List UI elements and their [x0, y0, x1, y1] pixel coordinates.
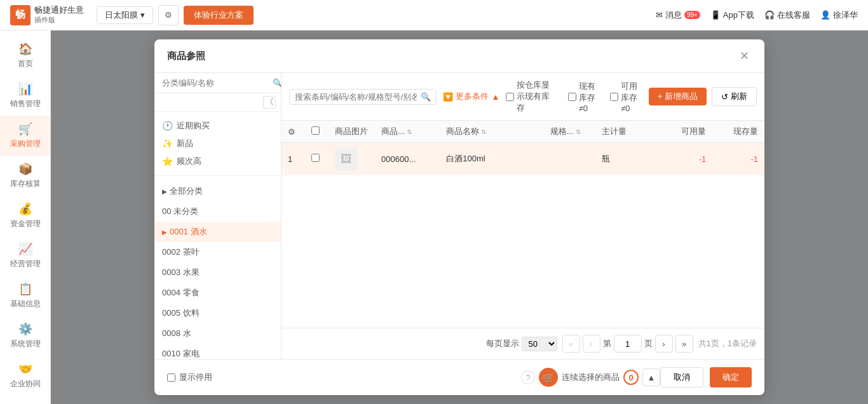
confirm-button[interactable]: 确定	[710, 367, 752, 387]
user-profile[interactable]: 👤 徐泽华	[820, 10, 858, 21]
cat-item-beverage[interactable]: 0005 饮料	[154, 303, 281, 323]
cart-area: ? 🛒 连续选择的商品 0 ▲	[521, 368, 660, 387]
cat-item-unclassified[interactable]: 00 未分类	[154, 201, 281, 222]
search-icon[interactable]: 🔍	[421, 92, 431, 102]
store-dropdown[interactable]: 日太阳膜 ▾	[97, 6, 153, 24]
quick-link-new[interactable]: ✨ 新品	[162, 135, 273, 152]
modal-body: 🔍 《 🕐 近期购买 ✨	[154, 73, 764, 359]
cat-item-all[interactable]: ▶ 全部分类	[154, 181, 281, 201]
sidebar-item-ops[interactable]: 📈 经营管理	[0, 236, 50, 276]
page-size-select[interactable]: 50 10 20 100	[522, 337, 557, 351]
first-page-button[interactable]: «	[562, 335, 580, 353]
toolbar-buttons: + 新增商品 ↺ 刷新	[649, 87, 757, 106]
sales-icon: 📊	[18, 82, 32, 96]
cat-item-water[interactable]: 0008 水	[154, 323, 281, 344]
col-checkbox	[305, 121, 329, 143]
quick-link-label: 新品	[177, 138, 193, 149]
table-header-row: ⚙ 商品图片 商品... ⇅	[281, 121, 764, 143]
cat-item-tea[interactable]: 0002 茶叶	[154, 242, 281, 262]
category-search-input[interactable]	[162, 78, 269, 88]
table-row[interactable]: 1 🖼 000600... 白酒100ml	[281, 143, 764, 175]
page-size-selector: 每页显示 50 10 20 100	[486, 337, 557, 351]
nav-right: ✉ 消息 99+ 📱 App下载 🎧 在线客服 👤 徐泽华	[656, 10, 858, 21]
cat-item-snack[interactable]: 0004 零食	[154, 283, 281, 303]
collapse-cart-button[interactable]: ▲	[642, 368, 660, 386]
sort-icon: ⇅	[407, 128, 412, 135]
cat-item-alcohol[interactable]: ▶ 0001 酒水	[154, 222, 281, 242]
col-spec-header[interactable]: 规格... ⇅	[544, 121, 596, 143]
sidebar-item-label: 资金管理	[10, 219, 41, 229]
fire-icon: ⭐	[162, 156, 173, 166]
sidebar-item-finance[interactable]: 💰 资金管理	[0, 196, 50, 236]
row-available: -1	[648, 143, 712, 175]
product-table: ⚙ 商品图片 商品... ⇅	[281, 121, 764, 175]
page-navigation: « ‹ 第 页 › »	[562, 335, 693, 353]
sidebar-item-collab[interactable]: 🤝 企业协同	[0, 356, 50, 396]
col-available-header: 可用量	[648, 121, 712, 143]
trial-button[interactable]: 体验行业方案	[184, 6, 254, 25]
col-stock-header: 现存量	[712, 121, 764, 143]
product-search-input[interactable]	[295, 92, 417, 102]
cat-item-label: 0010 家电	[162, 348, 200, 359]
cart-label: 连续选择的商品	[562, 372, 620, 383]
sidebar-item-label: 采购管理	[10, 138, 41, 149]
quick-link-label: 频次高	[177, 156, 201, 167]
product-table-body: 1 🖼 000600... 白酒100ml	[281, 143, 764, 175]
product-search-box: 🔍	[289, 89, 437, 105]
prev-page-button[interactable]: ‹	[583, 335, 600, 353]
category-search-icon[interactable]: 🔍	[273, 78, 281, 88]
logo-text: 畅捷通好生意	[34, 5, 84, 16]
nav-center: 日太阳膜 ▾ ⚙ 体验行业方案	[86, 5, 656, 25]
sidebar-item-sales[interactable]: 📊 销售管理	[0, 76, 50, 116]
modal-header: 商品参照 ✕	[154, 39, 764, 73]
row-select-checkbox[interactable]	[311, 154, 320, 162]
settings-icon[interactable]: ⚙	[158, 5, 179, 25]
last-page-button[interactable]: »	[675, 335, 693, 353]
col-name-header[interactable]: 商品名称 ⇅	[440, 121, 543, 143]
app-download-item[interactable]: 📱 App下载	[710, 10, 754, 21]
sidebar-item-home[interactable]: 🏠 首页	[0, 36, 50, 76]
page-label: 第	[603, 338, 611, 349]
filter-button[interactable]: 🔽 更多条件 ▲	[443, 91, 499, 102]
sidebar-item-purchase[interactable]: 🛒 采购管理	[0, 116, 50, 156]
sidebar-item-inventory[interactable]: 📦 库存核算	[0, 156, 50, 196]
row-unit: 瓶	[595, 143, 648, 175]
col-code-header[interactable]: 商品... ⇅	[375, 121, 440, 143]
sidebar-item-basic[interactable]: 📋 基础信息	[0, 276, 50, 316]
quick-link-recent[interactable]: 🕐 近期购买	[162, 117, 273, 135]
sidebar-item-label: 基础信息	[10, 299, 41, 309]
pagination: 每页显示 50 10 20 100 « ‹	[281, 328, 764, 359]
checkbox-nonzero-stock[interactable]: 现有库存≠0	[568, 81, 600, 113]
modal-close-button[interactable]: ✕	[736, 48, 752, 64]
cat-item-label: 0005 饮料	[162, 307, 200, 319]
category-collapse-area: 《	[154, 93, 281, 112]
quick-link-frequent[interactable]: ⭐ 频次高	[162, 152, 273, 170]
checkbox-warehouse-stock[interactable]: 按仓库显示现有库存	[506, 79, 557, 114]
star-icon: ✨	[162, 138, 173, 149]
cat-item-fruit[interactable]: 0003 水果	[154, 262, 281, 283]
modal-title: 商品参照	[167, 50, 205, 62]
next-page-button[interactable]: ›	[655, 335, 673, 353]
product-toolbar: 🔍 🔽 更多条件 ▲ 按仓库显示现有库存	[281, 73, 764, 121]
checkbox-nonzero-available[interactable]: 可用库存≠0	[610, 81, 642, 113]
cart-icon[interactable]: 🛒	[539, 368, 558, 387]
help-icon[interactable]: ?	[521, 370, 535, 384]
message-badge: 99+	[684, 11, 700, 19]
filter-label: 更多条件	[456, 91, 489, 102]
show-disabled-checkbox[interactable]: 显示停用	[167, 372, 212, 383]
cancel-button[interactable]: 取消	[660, 367, 703, 387]
row-stock: -1	[712, 143, 764, 175]
product-panel: 🔍 🔽 更多条件 ▲ 按仓库显示现有库存	[281, 73, 764, 359]
page-number-input[interactable]	[614, 335, 642, 353]
add-product-button[interactable]: + 新增商品	[649, 88, 707, 105]
sidebar-item-guide[interactable]: 📖 新手引导	[0, 396, 50, 404]
message-item[interactable]: ✉ 消息 99+	[656, 10, 700, 21]
sort-icon: ⇅	[576, 128, 581, 135]
cat-item-appliance[interactable]: 0010 家电	[154, 344, 281, 359]
refresh-button[interactable]: ↺ 刷新	[712, 87, 757, 106]
sidebar-item-system[interactable]: ⚙️ 系统管理	[0, 316, 50, 356]
select-all-checkbox[interactable]	[311, 126, 320, 135]
collapse-button[interactable]: 《	[263, 96, 276, 109]
online-service-item[interactable]: 🎧 在线客服	[764, 10, 810, 21]
category-search-area: 🔍	[154, 73, 281, 93]
